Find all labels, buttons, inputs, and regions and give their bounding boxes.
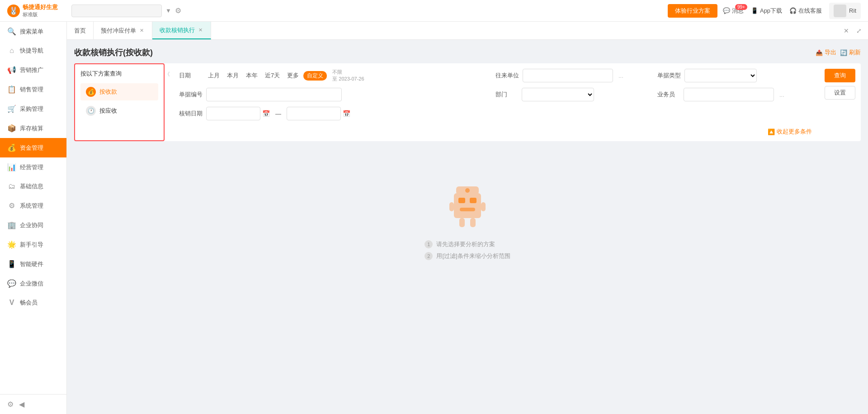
inventory-icon: 📦 [7,124,16,133]
solution-button[interactable]: 体验行业方案 [668,4,717,18]
voucher-type-field: 单据类型 [657,69,812,82]
tab-home[interactable]: 首页 [67,22,94,39]
voucher-type-select[interactable] [684,69,757,82]
staff-dots[interactable]: ... [778,91,786,98]
sidebar-label-enterprise: 企业协同 [20,221,43,229]
empty-state: 1 请先选择要分析的方案 2 用[过滤]条件来缩小分析范围 [74,177,861,260]
date-label: 日期 [179,71,202,80]
sidebar-item-purchase[interactable]: 🛒 采购管理 [0,99,66,119]
sidebar-item-enterprise[interactable]: 🏢 企业协同 [0,215,66,235]
app-download-action[interactable]: 📱 App下载 [751,7,782,15]
filter-row-2: 单据编号 部门 业务员 ... [179,88,812,101]
date-tab-last-month[interactable]: 上月 [205,71,222,81]
svg-rect-5 [481,202,486,211]
empty-illustration [440,177,495,233]
message-action[interactable]: 💬 消息 99+ [723,7,744,15]
search-input[interactable] [71,5,162,17]
hardware-icon: 📱 [7,260,16,268]
sidebar-item-member[interactable]: V 畅会员 [0,293,66,312]
sidebar-item-basic-info[interactable]: 🗂 基础信息 [0,177,66,196]
date-tab-this-month[interactable]: 本月 [224,71,241,81]
wechat-icon: 💬 [7,279,16,288]
filter-option-by-collection[interactable]: 💰 按收款 [80,83,158,100]
refresh-button[interactable]: 🔄 刷新 [840,48,861,57]
tab-bar: 首页 预付冲应付单 ✕ 收款核销执行 ✕ ✕ ⤢ [67,22,868,40]
reconcile-date-dash: — [275,110,281,117]
sidebar-label-inventory: 库存核算 [20,124,43,133]
sidebar-item-funds[interactable]: 💰 资金管理 [0,138,66,157]
sidebar-label-funds: 资金管理 [20,144,43,152]
voucher-no-field: 单据编号 [179,88,488,101]
top-bar-search: ▼ ⚙ [71,5,662,17]
collapse-more-btn[interactable]: 🔼 收起更多条件 [179,128,812,136]
empty-text: 1 请先选择要分析的方案 2 用[过滤]条件来缩小分析范围 [425,240,510,260]
hint-1-text: 请先选择要分析的方案 [436,240,495,248]
filter-option-receivable-label: 按应收 [99,107,117,115]
tab-collection-offset[interactable]: 收款核销执行 ✕ [152,22,211,39]
staff-input[interactable] [684,88,774,101]
filter-scheme-title: 按以下方案查询 [80,70,158,78]
filter-collapse-btn[interactable]: 《 [165,63,172,141]
sidebar-label-guide: 新手引导 [20,241,43,249]
dept-select[interactable] [522,88,594,101]
settings-icon[interactable]: ⚙ [175,6,181,15]
sidebar-item-quick-nav[interactable]: ⌂ 快捷导航 [0,41,66,60]
sidebar-item-hardware[interactable]: 📱 智能硬件 [0,254,66,274]
date-tab-7days[interactable]: 近7天 [262,71,283,81]
collapse-more-label: 收起更多条件 [777,128,812,136]
app-download-label: App下载 [760,7,782,15]
reconcile-date-end-calendar-icon[interactable]: 📅 [343,110,350,117]
settings-button[interactable]: 设置 [825,86,855,100]
svg-rect-3 [460,208,475,211]
home-icon: ⌂ [7,47,16,55]
reconcile-date-start-input[interactable]: 2023-03-01 [206,107,260,120]
sidebar-item-search-menu[interactable]: 🔍 搜索菜单 [0,22,66,41]
top-bar-actions: 💬 消息 99+ 📱 App下载 🎧 在线客服 Rit [723,3,861,19]
party-dots[interactable]: ... [617,72,625,79]
page-title: 收款核销执行(按收款) [74,47,153,58]
dept-label: 部门 [495,90,518,99]
tab-prepay-close[interactable]: ✕ [139,27,145,34]
export-button[interactable]: 📤 导出 [816,48,836,57]
collection-option-icon: 💰 [86,87,96,97]
business-icon: 📊 [7,163,16,171]
sidebar-item-guide[interactable]: 🌟 新手引导 [0,235,66,254]
sidebar-collapse-icon[interactable]: ◀ [19,400,24,409]
filter-option-by-receivable[interactable]: 🕐 按应收 [80,102,158,119]
staff-label: 业务员 [657,90,680,99]
hint-2-num: 2 [425,252,433,260]
staff-field: 业务员 ... [657,88,812,101]
tab-collection-close[interactable]: ✕ [198,26,203,34]
date-tab-more[interactable]: 更多 [284,71,302,81]
voucher-no-input[interactable] [206,88,342,101]
dropdown-icon[interactable]: ▼ [165,7,171,14]
collapse-up-icon: 🔼 [768,128,775,135]
svg-rect-4 [449,202,454,211]
sidebar-item-business[interactable]: 📊 经营管理 [0,157,66,177]
member-icon: V [7,299,16,307]
sidebar-settings-icon[interactable]: ⚙ [7,400,14,409]
reconcile-date-end-input[interactable]: 2023-07-21 [287,107,341,120]
sidebar-item-system[interactable]: ⚙ 系统管理 [0,196,66,215]
query-button[interactable]: 查询 [825,69,855,82]
reconcile-date-start-calendar-icon[interactable]: 📅 [262,110,270,117]
sidebar-label-wechat: 企业微信 [20,280,43,288]
party-input[interactable] [523,69,613,82]
sidebar-item-inventory[interactable]: 📦 库存核算 [0,119,66,138]
logo-subtitle: 标准版 [23,11,58,18]
user-name: Rit [849,7,856,14]
reconcile-date-end-group: 2023-07-21 📅 [287,107,350,120]
sidebar-item-sales[interactable]: 📋 销售管理 [0,80,66,99]
sidebar-label-purchase: 采购管理 [20,105,43,113]
dept-field: 部门 [495,88,650,101]
svg-point-9 [465,188,470,193]
sidebar-item-marketing[interactable]: 📢 营销推广 [0,60,66,80]
tab-close-all-icon[interactable]: ✕ [841,25,852,36]
online-service-action[interactable]: 🎧 在线客服 [789,7,822,15]
user-area[interactable]: Rit [829,3,861,19]
tab-expand-icon[interactable]: ⤢ [854,25,864,36]
tab-prepay-offset[interactable]: 预付冲应付单 ✕ [94,22,152,39]
date-tab-this-year[interactable]: 本年 [243,71,260,81]
reconcile-date-label: 核销日期 [179,109,203,118]
sidebar-item-wechat[interactable]: 💬 企业微信 [0,274,66,293]
